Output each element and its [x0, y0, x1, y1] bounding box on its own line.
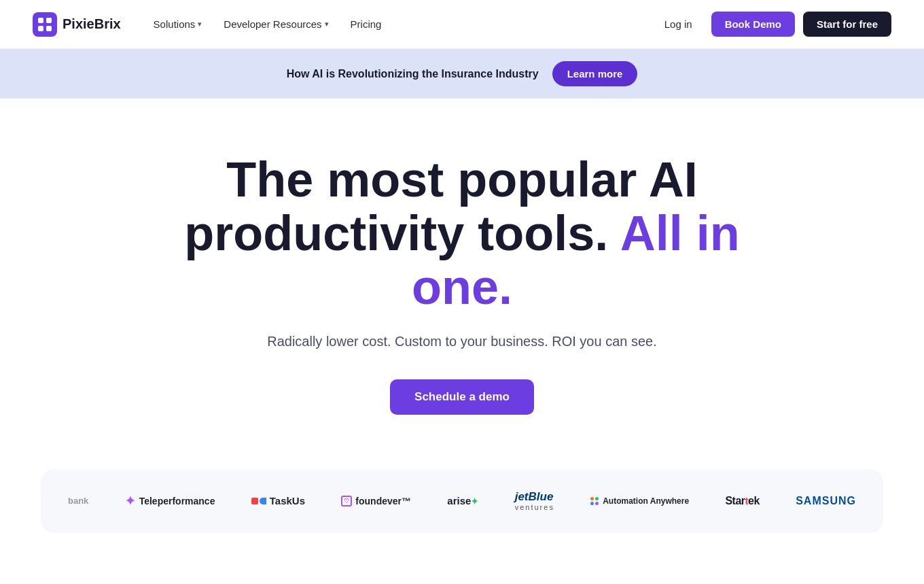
list-item: Automation Anywhere	[590, 496, 689, 506]
list-item: ♡ foundever™	[341, 496, 411, 506]
svg-rect-3	[46, 26, 52, 31]
logo[interactable]: PixieBrix	[33, 12, 121, 37]
login-button[interactable]: Log in	[654, 13, 703, 35]
hero-section: The most popular AI productivity tools. …	[0, 99, 924, 456]
svg-rect-2	[38, 26, 43, 31]
svg-rect-0	[38, 18, 43, 23]
schedule-demo-button[interactable]: Schedule a demo	[390, 379, 534, 415]
list-item: bank	[68, 496, 88, 506]
hero-heading: The most popular AI productivity tools. …	[156, 153, 768, 315]
list-item: Startek	[725, 495, 759, 507]
banner-text: How AI is Revolutionizing the Insurance …	[287, 68, 539, 80]
chevron-down-icon: ▾	[198, 20, 202, 29]
nav-item-developer-resources[interactable]: Developer Resources ▾	[215, 13, 336, 35]
list-item: ✦ Teleperformance	[125, 494, 215, 509]
learn-more-button[interactable]: Learn more	[552, 61, 638, 86]
navbar: PixieBrix Solutions ▾ Developer Resource…	[0, 0, 924, 49]
logo-text: PixieBrix	[63, 16, 121, 32]
svg-rect-1	[46, 18, 52, 23]
partner-logos: bank ✦ Teleperformance TaskUs ♡ foundeve…	[41, 469, 883, 534]
nav-item-solutions[interactable]: Solutions ▾	[145, 13, 211, 35]
announcement-banner: How AI is Revolutionizing the Insurance …	[0, 49, 924, 99]
nav-links: Solutions ▾ Developer Resources ▾ Pricin…	[145, 13, 390, 35]
chevron-down-icon: ▾	[325, 20, 329, 29]
nav-left: PixieBrix Solutions ▾ Developer Resource…	[33, 12, 389, 37]
hero-subtext: Radically lower cost. Custom to your bus…	[267, 334, 657, 349]
list-item: arise✦	[447, 495, 478, 506]
book-demo-button[interactable]: Book Demo	[711, 12, 795, 37]
list-item: SAMSUNG	[796, 495, 856, 507]
list-item: TaskUs	[251, 495, 305, 506]
logo-icon	[33, 12, 57, 37]
list-item: jetBlue ventures	[515, 491, 554, 512]
start-free-button[interactable]: Start for free	[803, 12, 891, 37]
nav-right: Log in Book Demo Start for free	[654, 12, 891, 37]
nav-item-pricing[interactable]: Pricing	[342, 13, 390, 35]
